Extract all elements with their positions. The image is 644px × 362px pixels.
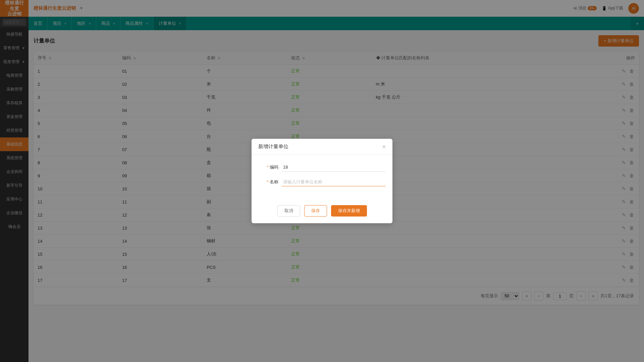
modal-close-button[interactable]: × xyxy=(382,144,386,150)
code-label: * 编码 xyxy=(258,164,278,170)
cancel-button[interactable]: 取消 xyxy=(277,205,300,217)
add-unit-modal: 新增计量单位 × * 编码 * 名称 取消 保存 保存并新增 xyxy=(252,139,392,223)
name-form-row: * 名称 xyxy=(258,178,386,186)
modal-footer: 取消 保存 保存并新增 xyxy=(252,200,392,223)
save-continue-button[interactable]: 保存并新增 xyxy=(331,205,367,217)
modal-header: 新增计量单位 × xyxy=(252,139,392,155)
name-label-text: 名称 xyxy=(270,179,278,184)
name-label: * 名称 xyxy=(258,179,278,185)
modal-body: * 编码 * 名称 xyxy=(252,155,392,200)
modal-title: 新增计量单位 xyxy=(258,143,288,150)
modal-overlay[interactable]: 新增计量单位 × * 编码 * 名称 取消 保存 保存并新增 xyxy=(0,0,644,362)
name-required-mark: * xyxy=(267,179,268,184)
name-input[interactable] xyxy=(282,178,386,186)
save-button[interactable]: 保存 xyxy=(304,205,327,217)
code-label-text: 编码 xyxy=(270,165,278,170)
code-input[interactable] xyxy=(282,163,386,172)
code-required-mark: * xyxy=(267,165,268,170)
code-form-row: * 编码 xyxy=(258,163,386,172)
